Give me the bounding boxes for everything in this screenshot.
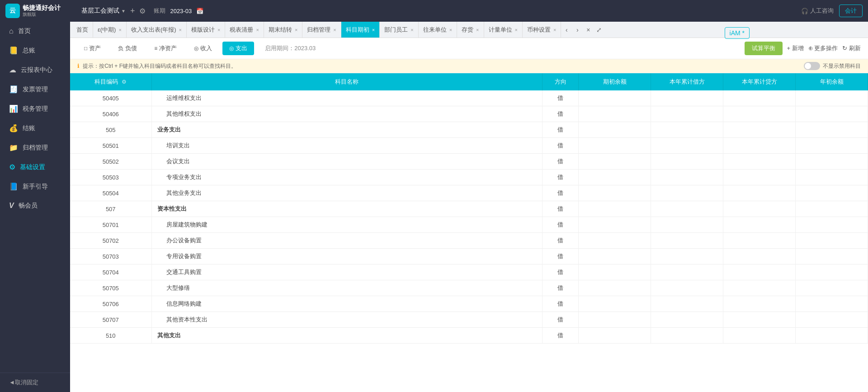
cell-code: 50706 xyxy=(70,296,151,312)
tab-measure-unit[interactable]: 计量单位 × xyxy=(484,22,523,38)
tab-label: 科目期初 xyxy=(346,26,369,34)
table-row[interactable]: 50502 会议支出 借 xyxy=(70,154,868,170)
table-row[interactable]: 50503 专项业务支出 借 xyxy=(70,170,868,185)
cell-name: 会议支出 xyxy=(151,154,542,170)
tab-inventory[interactable]: 存货 × xyxy=(457,22,484,38)
cell-code: 50701 xyxy=(70,217,151,233)
close-icon[interactable]: × xyxy=(295,27,297,33)
add-company-button[interactable]: + xyxy=(130,6,135,16)
cell-code: 50707 xyxy=(70,312,151,328)
tab-expand-button[interactable]: ⤢ xyxy=(594,24,604,35)
calc-balance-button[interactable]: 试算平衡 xyxy=(745,42,783,55)
cell-opening-balance xyxy=(579,233,651,249)
sidebar-item-guide[interactable]: 📘 新手引导 xyxy=(0,177,70,196)
close-icon[interactable]: × xyxy=(333,27,336,33)
table-row[interactable]: 50707 其他资本性支出 借 xyxy=(70,312,868,328)
sidebar-collapse-button[interactable]: ◄取消固定 xyxy=(0,373,70,392)
tab-income-annual[interactable]: 收入支出表(年报) × xyxy=(127,22,187,38)
tab-template[interactable]: 模版设计 × xyxy=(187,22,225,38)
tab-contacts[interactable]: 往来单位 × xyxy=(419,22,457,38)
cell-ytd-credit xyxy=(723,154,796,170)
filter-tab-asset[interactable]: □ 资产 xyxy=(77,42,108,55)
tab-next-button[interactable]: › xyxy=(572,24,583,35)
sidebar-item-home[interactable]: ⌂ 首页 xyxy=(0,22,70,41)
cell-name: 其他支出 xyxy=(151,328,542,344)
more-actions-button[interactable]: ⊕ 更多操作 xyxy=(808,44,838,52)
filter-tab-income[interactable]: ◎ 收入 xyxy=(187,42,219,55)
close-icon[interactable]: × xyxy=(449,27,452,33)
tab-home[interactable]: 首页 xyxy=(72,22,93,38)
close-icon[interactable]: × xyxy=(553,27,556,33)
calendar-icon[interactable]: 📅 xyxy=(196,8,203,14)
table-row[interactable]: 50704 交通工具购置 借 xyxy=(70,264,868,280)
cell-ytd-debit xyxy=(651,296,723,312)
close-icon[interactable]: × xyxy=(515,27,518,33)
filter-tab-expense[interactable]: ◎ 支出 xyxy=(222,42,254,55)
cell-ytd-debit xyxy=(651,154,723,170)
settings-icon[interactable]: ⚙ xyxy=(139,7,146,15)
period-info: 启用期间：2023.03 xyxy=(265,44,316,52)
close-icon[interactable]: × xyxy=(372,27,375,33)
table-row[interactable]: 50701 房屋建筑物购建 借 xyxy=(70,217,868,233)
company-name[interactable]: 基层工会测试 ▼ xyxy=(81,7,126,15)
cell-code: 50405 xyxy=(70,90,151,106)
cell-ytd-credit xyxy=(723,312,796,328)
close-icon[interactable]: × xyxy=(217,27,220,33)
table-row[interactable]: 50702 办公设备购置 借 xyxy=(70,233,868,249)
tab-period-end[interactable]: 期末结转 × xyxy=(264,22,302,38)
table-row[interactable]: 50706 信息网络购建 借 xyxy=(70,296,868,312)
tab-subject-init[interactable]: 科目期初 × xyxy=(341,22,380,38)
col-settings-icon[interactable]: ⚙ xyxy=(122,79,127,85)
logo-text: 畅捷通好会计 xyxy=(23,4,61,12)
sidebar-item-archive[interactable]: 📁 归档管理 xyxy=(0,138,70,157)
close-icon[interactable]: × xyxy=(476,27,479,33)
invoice-icon: 🧾 xyxy=(9,85,18,94)
table-row[interactable]: 50406 其他维权支出 借 xyxy=(70,106,868,122)
tab-dept-employee[interactable]: 部门员工 × xyxy=(380,22,418,38)
tab-tax-register[interactable]: 税表清册 × xyxy=(225,22,264,38)
table-row[interactable]: 50501 培训支出 借 xyxy=(70,138,868,154)
table-row[interactable]: 50405 运维维权支出 借 xyxy=(70,90,868,106)
table-row[interactable]: 510 其他支出 借 xyxy=(70,328,868,344)
cell-direction: 借 xyxy=(542,312,579,328)
table-row[interactable]: 507 资本性支出 借 xyxy=(70,201,868,217)
filter-tab-net-asset[interactable]: ≡ 净资产 xyxy=(147,42,184,55)
main-layout: ⌂ 首页 📒 总账 ☁ 云报表中心 🧾 发票管理 📊 税务管理 💰 结账 📁 归… xyxy=(0,22,868,392)
toggle-switch[interactable] xyxy=(804,62,820,70)
col-direction: 方向 xyxy=(542,73,579,90)
sidebar-item-settlement[interactable]: 💰 结账 xyxy=(0,118,70,138)
table-row[interactable]: 505 业务支出 借 xyxy=(70,122,868,138)
sidebar-item-ledger[interactable]: 📒 总账 xyxy=(0,41,70,60)
sidebar-item-basic-settings[interactable]: ⚙ 基础设置 xyxy=(0,157,70,177)
account-button[interactable]: 会计 xyxy=(839,5,863,17)
sidebar-item-cloud-report[interactable]: ☁ 云报表中心 xyxy=(0,60,70,80)
add-button[interactable]: + 新增 xyxy=(787,44,804,52)
table-row[interactable]: 50705 大型修缮 借 xyxy=(70,280,868,296)
close-icon[interactable]: × xyxy=(179,27,182,33)
cell-direction: 借 xyxy=(542,90,579,106)
help-button[interactable]: 🎧 人工咨询 xyxy=(801,7,834,15)
sidebar-item-member[interactable]: V 畅会员 xyxy=(0,196,70,215)
tab-currency[interactable]: 币种设置 × xyxy=(523,22,561,38)
tab-label: 计量单位 xyxy=(489,26,512,34)
cell-ytd-debit xyxy=(651,170,723,185)
cell-year-begin-balance xyxy=(796,264,868,280)
tab-close-all-button[interactable]: × xyxy=(583,24,594,35)
tab-archive[interactable]: 归档管理 × xyxy=(302,22,341,38)
cell-opening-balance xyxy=(579,201,651,217)
sidebar-item-tax[interactable]: 📊 税务管理 xyxy=(0,99,70,118)
table-row[interactable]: 50504 其他业务支出 借 xyxy=(70,185,868,201)
sidebar-item-label: 首页 xyxy=(18,27,31,35)
cell-opening-balance xyxy=(579,249,651,264)
close-icon[interactable]: × xyxy=(410,27,413,33)
close-icon[interactable]: × xyxy=(256,27,259,33)
filter-tab-liability[interactable]: 负 负债 xyxy=(111,42,144,55)
col-year-begin-balance: 年初余额 xyxy=(796,73,868,90)
toggle-disabled-subjects[interactable]: 不显示禁用科目 xyxy=(804,62,861,70)
close-icon[interactable]: × xyxy=(118,27,121,33)
table-row[interactable]: 50703 专用设备购置 借 xyxy=(70,249,868,264)
tab-mid-period[interactable]: ε(中期) × xyxy=(93,22,127,38)
refresh-button[interactable]: ↻ 刷新 xyxy=(842,44,861,52)
tab-prev-button[interactable]: ‹ xyxy=(561,24,572,35)
sidebar-item-invoice[interactable]: 🧾 发票管理 xyxy=(0,80,70,99)
